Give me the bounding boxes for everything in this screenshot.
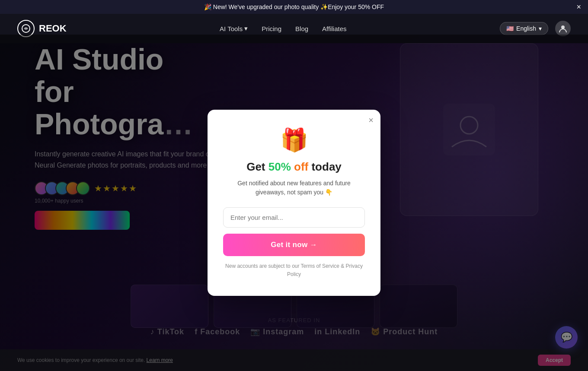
nav-item-ai-tools[interactable]: AI Tools ▾ [220,25,248,32]
modal-title-get: Get [246,160,268,173]
modal-description: Get notified about new features and futu… [223,179,365,197]
language-selector[interactable]: 🇺🇸 English ▾ [500,22,548,35]
chevron-down-icon: ▾ [244,25,248,32]
modal-title-off: off [291,160,308,173]
nav-links: AI Tools ▾ Pricing Blog Affiliates [220,25,346,32]
nav-label-affiliates: Affiliates [322,25,346,32]
nav-label-ai-tools: AI Tools [220,25,243,32]
announcement-text: 🎉 New! We've upgraded our photo quality … [204,3,384,10]
hero-section: AI StudioforPhotogra… Instantly generate… [0,35,588,371]
email-input[interactable] [223,207,365,228]
nav-item-affiliates[interactable]: Affiliates [322,25,346,32]
nav-right: 🇺🇸 English ▾ [500,21,571,36]
modal-icon: 🎁 [223,127,365,153]
lang-label: English [516,25,536,32]
modal-title: Get 50% off today [223,160,365,174]
flag-icon: 🇺🇸 [506,25,514,32]
nav-item-blog[interactable]: Blog [295,25,308,32]
modal-close-button[interactable]: × [368,116,374,124]
modal-overlay[interactable]: × 🎁 Get 50% off today Get notified about… [0,35,588,371]
announcement-close[interactable]: × [576,3,581,12]
modal-title-pct: 50% [268,160,291,173]
modal-dialog: × 🎁 Get 50% off today Get notified about… [208,110,380,296]
nav-label-pricing: Pricing [262,25,281,32]
announcement-bar: 🎉 New! We've upgraded our photo quality … [0,0,588,14]
get-it-now-button[interactable]: Get it now → [223,234,365,256]
nav-label-blog: Blog [295,25,308,32]
svg-point-1 [561,25,565,29]
logo-text: REOK [39,23,67,34]
user-avatar[interactable] [555,21,571,36]
chevron-down-icon: ▾ [539,25,542,32]
modal-title-today: today [308,160,342,173]
nav-item-pricing[interactable]: Pricing [262,25,281,32]
modal-footer: New accounts are subject to our Terms of… [223,262,365,279]
